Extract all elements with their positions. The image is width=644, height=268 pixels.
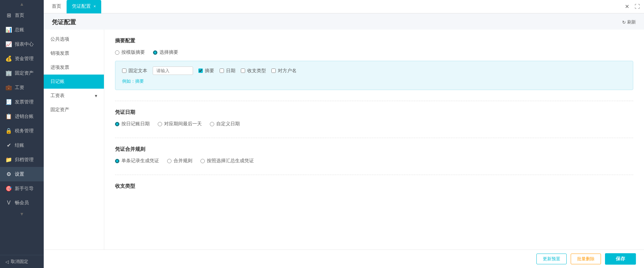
voucher-date-custom[interactable]: 自定义日期 bbox=[210, 121, 240, 127]
sidebar-item-checkout[interactable]: ✔ 结账 bbox=[0, 138, 44, 152]
merge-single[interactable]: 单条记录生成凭证 bbox=[115, 158, 159, 164]
checkbox-counterparty[interactable]: 对方户名 bbox=[271, 68, 297, 74]
summary-config-box: 固定文本 摘要 日期 bbox=[115, 61, 633, 90]
voucher-date-title: 凭证日期 bbox=[115, 109, 633, 116]
summary-example: 例如：摘要 bbox=[122, 78, 626, 84]
merge-rules-title: 凭证合并规则 bbox=[115, 146, 633, 152]
close-window-button[interactable]: ✕ bbox=[623, 2, 631, 11]
trading-icon: 📋 bbox=[5, 113, 12, 120]
unpin-button[interactable]: ◁ 取消固定 bbox=[0, 255, 44, 268]
tab-voucher-config[interactable]: 凭证配置 × bbox=[67, 0, 101, 13]
divider-1 bbox=[115, 101, 633, 101]
sidebar: ▲ ⊞ 首页 📊 总账 📈 报表中心 💰 资金管理 🏢 固定资产 💼 工资 🧾 … bbox=[0, 0, 44, 268]
sidebar-scroll-up[interactable]: ▲ bbox=[0, 0, 44, 8]
chevron-down-icon: ▾ bbox=[95, 93, 97, 98]
home-icon: ⊞ bbox=[5, 12, 12, 18]
checkbox-summary[interactable]: 摘要 bbox=[198, 68, 214, 74]
report-icon: 📈 bbox=[5, 41, 12, 47]
page-title: 凭证配置 bbox=[52, 18, 76, 26]
bulk-delete-button[interactable]: 批量删除 bbox=[571, 254, 601, 264]
income-type-title: 收支类型 bbox=[115, 183, 633, 189]
tab-home[interactable]: 首页 bbox=[46, 0, 67, 13]
summary-radio-select[interactable]: 选择摘要 bbox=[153, 49, 178, 55]
summary-checkboxes-row: 固定文本 摘要 日期 bbox=[122, 66, 626, 75]
member-icon: V bbox=[5, 200, 12, 206]
merge-rule[interactable]: 合并规则 bbox=[167, 158, 192, 164]
summary-config-title: 摘要配置 bbox=[115, 38, 633, 44]
income-type-section: 收支类型 bbox=[115, 183, 633, 189]
ledger-icon: 📊 bbox=[5, 27, 12, 33]
right-panel: 摘要配置 按模版摘要 选择摘要 bbox=[104, 30, 644, 250]
sidebar-item-fund[interactable]: 💰 资金管理 bbox=[0, 51, 44, 66]
voucher-date-journal[interactable]: 按日记账日期 bbox=[115, 121, 150, 127]
checkout-icon: ✔ bbox=[5, 142, 12, 148]
update-preview-button[interactable]: 更新预置 bbox=[536, 254, 567, 264]
sidebar-item-invoice[interactable]: 🧾 发票管理 bbox=[0, 95, 44, 109]
left-nav-item-purchase[interactable]: 进项发票 bbox=[44, 60, 104, 75]
sidebar-item-archive[interactable]: 📁 归档管理 bbox=[0, 152, 44, 167]
left-nav-item-journal[interactable]: 日记账 bbox=[44, 75, 104, 89]
archive-icon: 📁 bbox=[5, 157, 12, 163]
sidebar-item-settings[interactable]: ⚙ 设置 bbox=[0, 167, 44, 181]
left-nav-item-sales[interactable]: 销项发票 bbox=[44, 46, 104, 60]
merge-rules-radio-group: 单条记录生成凭证 合并规则 按照选择汇总生成凭证 bbox=[115, 158, 633, 164]
expand-window-button[interactable]: ⛶ bbox=[633, 2, 641, 11]
pin-icon: ◁ bbox=[5, 259, 9, 264]
voucher-date-radio-group: 按日记账日期 对应期间最后一天 自定义日期 bbox=[115, 121, 633, 127]
divider-3 bbox=[115, 175, 633, 175]
tax-icon: 🔒 bbox=[5, 128, 12, 134]
voucher-date-section: 凭证日期 按日记账日期 对应期间最后一天 自定义日期 bbox=[115, 109, 633, 127]
sidebar-item-trading[interactable]: 📋 进销台账 bbox=[0, 109, 44, 124]
refresh-button[interactable]: ↻ 刷新 bbox=[622, 19, 636, 25]
sidebar-item-home[interactable]: ⊞ 首页 bbox=[0, 8, 44, 23]
sidebar-scroll-down[interactable]: ▼ bbox=[0, 210, 44, 218]
divider-2 bbox=[115, 138, 633, 138]
merge-summary[interactable]: 按照选择汇总生成凭证 bbox=[200, 158, 254, 164]
sidebar-item-tax[interactable]: 🔒 税务管理 bbox=[0, 124, 44, 138]
left-nav-item-common[interactable]: 公共选项 bbox=[44, 32, 104, 46]
fixed-text-input[interactable] bbox=[153, 66, 193, 75]
checkbox-fixed-text[interactable]: 固定文本 bbox=[122, 68, 147, 74]
content-area: 凭证配置 ↻ 刷新 公共选项 销项发票 进项发票 日记账 bbox=[44, 13, 644, 268]
invoice-icon: 🧾 bbox=[5, 99, 12, 105]
left-nav-item-fixed-asset[interactable]: 固定资产 bbox=[44, 103, 104, 117]
salary-icon: 💼 bbox=[5, 84, 12, 91]
page-header: 凭证配置 ↻ 刷新 bbox=[44, 13, 644, 30]
sidebar-item-report[interactable]: 📈 报表中心 bbox=[0, 37, 44, 51]
checkbox-income-type[interactable]: 收支类型 bbox=[241, 68, 266, 74]
guide-icon: 🎯 bbox=[5, 185, 12, 192]
left-nav-item-payroll[interactable]: 工资表 ▾ bbox=[44, 89, 104, 103]
voucher-date-last-day[interactable]: 对应期间最后一天 bbox=[158, 121, 202, 127]
content-body: 公共选项 销项发票 进项发票 日记账 工资表 ▾ 固定资产 bbox=[44, 30, 644, 250]
bottom-bar: 更新预置 批量删除 保存 bbox=[44, 250, 644, 268]
summary-radio-template[interactable]: 按模版摘要 bbox=[115, 49, 145, 55]
tab-bar: 首页 凭证配置 × ✕ ⛶ bbox=[44, 0, 644, 13]
asset-icon: 🏢 bbox=[5, 70, 12, 76]
left-nav: 公共选项 销项发票 进项发票 日记账 工资表 ▾ 固定资产 bbox=[44, 30, 104, 250]
sidebar-item-guide[interactable]: 🎯 新手引导 bbox=[0, 181, 44, 196]
sidebar-item-salary[interactable]: 💼 工资 bbox=[0, 80, 44, 95]
refresh-icon: ↻ bbox=[622, 20, 626, 25]
merge-rules-section: 凭证合并规则 单条记录生成凭证 合并规则 按照选择汇总生成凭证 bbox=[115, 146, 633, 164]
save-button[interactable]: 保存 bbox=[605, 253, 636, 265]
settings-icon: ⚙ bbox=[5, 171, 12, 177]
sidebar-item-ledger[interactable]: 📊 总账 bbox=[0, 23, 44, 37]
close-tab-button[interactable]: × bbox=[93, 4, 96, 9]
tab-bar-actions: ✕ ⛶ bbox=[623, 2, 641, 11]
summary-radio-group: 按模版摘要 选择摘要 bbox=[115, 49, 633, 55]
sidebar-item-member[interactable]: V 畅会员 bbox=[0, 196, 44, 210]
summary-config-section: 摘要配置 按模版摘要 选择摘要 bbox=[115, 38, 633, 90]
sidebar-item-asset[interactable]: 🏢 固定资产 bbox=[0, 66, 44, 80]
fund-icon: 💰 bbox=[5, 55, 12, 62]
main-area: 首页 凭证配置 × ✕ ⛶ 凭证配置 ↻ 刷新 公共选项 bbox=[44, 0, 644, 268]
checkbox-date[interactable]: 日期 bbox=[220, 68, 235, 74]
